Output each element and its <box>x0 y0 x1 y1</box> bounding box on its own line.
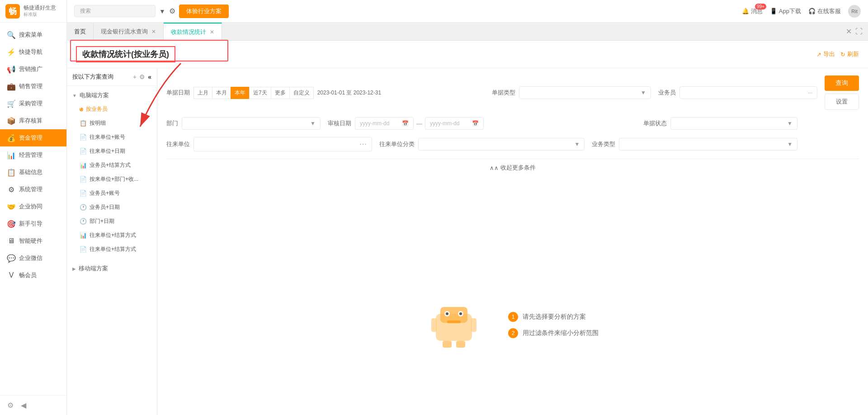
scheme-item-salesman-settle[interactable]: 📊 业务员+结算方式 <box>67 158 157 172</box>
scheme-section-desktop: ▼ 电脑端方案 ↻ 按业务员 📋 按明细 📄 往来单位+账号 📄 <box>67 86 157 259</box>
refresh-button[interactable]: ↻ 刷新 <box>840 50 859 58</box>
scheme-item-dept-date[interactable]: 🕐 部门+日期 <box>67 214 157 228</box>
online-service-button[interactable]: 🎧 在线客服 <box>808 7 841 15</box>
sidebar-item-guide[interactable]: 🎯 新手引导 <box>0 215 66 232</box>
review-date-label: 审核日期 <box>328 119 351 127</box>
date-tab-last7[interactable]: 近7天 <box>249 87 271 99</box>
svg-rect-8 <box>471 318 476 332</box>
close-tab-icon[interactable]: ✕ <box>846 27 852 36</box>
date-tab-this-year[interactable]: 本年 <box>231 87 249 99</box>
scheme-section-mobile-title[interactable]: ▶ 移动端方案 <box>67 262 157 275</box>
sidebar-item-purchase[interactable]: 🛒 采购管理 <box>0 95 66 112</box>
scheme-item-partner-settle2[interactable]: 📄 往来单位+结算方式 <box>67 242 157 256</box>
scheme-item-partner-account[interactable]: 📄 往来单位+账号 <box>67 130 157 144</box>
add-scheme-icon[interactable]: + <box>133 73 137 80</box>
sidebar-item-label: 系统管理 <box>19 185 42 193</box>
svg-rect-6 <box>447 321 461 323</box>
maximize-tab-icon[interactable]: ⛶ <box>855 28 863 36</box>
date-tab-custom[interactable]: 自定义 <box>289 87 314 99</box>
filter-review-date-group: 审核日期 yyyy-mm-dd 📅 — yyyy-mm-dd 📅 <box>328 117 636 130</box>
bill-type-arrow-icon: ▼ <box>641 90 646 96</box>
sidebar-item-sales[interactable]: 💼 销售管理 <box>0 78 66 95</box>
main-content: 收款情况统计(按业务员) ↗ 导出 ↻ 刷新 按以下方案查询 + ⚙ « <box>67 41 868 415</box>
salesman-arrow-icon: ··· <box>808 90 812 96</box>
date-tab-more[interactable]: 更多 <box>271 87 289 99</box>
sidebar-item-label: 搜索菜单 <box>19 31 42 39</box>
right-panel: 单据日期 上月 本月 本年 近7天 <box>157 68 868 415</box>
scheme-item-salesman-account[interactable]: 📄 业务员+账号 <box>67 186 157 200</box>
svg-rect-10 <box>456 341 465 348</box>
scheme-settings-icon[interactable]: ⚙ <box>139 73 145 80</box>
messages-button[interactable]: 🔔 消息 99+ <box>742 7 763 15</box>
sidebar-item-hardware[interactable]: 🖥 智能硬件 <box>0 232 66 250</box>
review-date-from-input[interactable]: yyyy-mm-dd 📅 <box>355 117 414 130</box>
handshake-icon: 🤝 <box>7 203 15 211</box>
svg-rect-9 <box>443 341 452 348</box>
scheme-collapse-icon[interactable]: « <box>148 73 151 80</box>
date-label: 单据日期 <box>166 89 190 97</box>
detail-icon: 📋 <box>80 120 87 127</box>
sidebar-item-inventory[interactable]: 📦 库存核算 <box>0 112 66 129</box>
export-button[interactable]: ↗ 导出 <box>816 50 835 58</box>
sidebar-item-enterprise[interactable]: 🤝 企业协同 <box>0 198 66 215</box>
doc-icon4: 📄 <box>80 190 87 197</box>
review-date-to-input[interactable]: yyyy-mm-dd 📅 <box>425 117 484 130</box>
biz-type-select[interactable]: ▼ <box>619 138 797 151</box>
scheme-item-partner-date[interactable]: 📄 往来单位+日期 <box>67 144 157 158</box>
filter-row-3: 往来单位 ··· 往来单位分类 ▼ 业务类型 <box>166 137 859 151</box>
tab-bank-close-icon[interactable]: ✕ <box>151 28 156 35</box>
scheme-item-by-salesman[interactable]: ↻ 按业务员 <box>67 102 157 116</box>
bill-status-select[interactable]: ▼ <box>670 117 797 130</box>
sidebar-item-label: 资金管理 <box>19 134 42 142</box>
scheme-item-partner-dept[interactable]: 📄 按来单位+部门+收... <box>67 172 157 186</box>
scheme-section-mobile: ▶ 移动端方案 <box>67 259 157 278</box>
settings-bottom-icon[interactable]: ⚙ <box>7 401 14 410</box>
briefcase-icon: 💼 <box>7 82 15 90</box>
filter-dept-group: 部门 ▼ <box>166 117 321 130</box>
sidebar-item-quicknav[interactable]: ⚡ 快捷导航 <box>0 43 66 61</box>
sidebar-item-basic[interactable]: 📋 基础信息 <box>0 164 66 181</box>
section-expand-icon2: ▶ <box>72 266 76 271</box>
scheme-item-partner-settle1[interactable]: 📊 往来单位+结算方式 <box>67 228 157 242</box>
dept-select[interactable]: ▼ <box>182 117 321 130</box>
tab-receipt[interactable]: 收款情况统计 ✕ <box>164 23 222 41</box>
salesman-select[interactable]: ··· <box>679 86 817 99</box>
collapse-sidebar-icon[interactable]: ◀ <box>21 401 26 410</box>
tab-receipt-close-icon[interactable]: ✕ <box>210 29 214 35</box>
svg-rect-1 <box>440 307 467 323</box>
topbar: 搜索 ▼ ⚙ 体验行业方案 🔔 消息 99+ 📱 App下载 🎧 在线客服 Ri… <box>67 0 868 23</box>
bill-type-select[interactable]: ▼ <box>519 86 651 99</box>
query-button[interactable]: 查询 <box>825 75 859 91</box>
filter-partner-category-group: 往来单位分类 ▼ <box>379 138 585 151</box>
app-download-button[interactable]: 📱 App下载 <box>770 7 801 15</box>
scheme-item-by-detail[interactable]: 📋 按明细 <box>67 116 157 130</box>
doc-icon5: 📄 <box>80 246 87 253</box>
topbar-gear-icon[interactable]: ⚙ <box>169 7 175 15</box>
date-tab-last-month[interactable]: 上月 <box>193 87 212 99</box>
sidebar-item-search[interactable]: 🔍 搜索菜单 <box>0 26 66 43</box>
collapse-bar[interactable]: ∧∧ 收起更多条件 <box>166 159 859 176</box>
trial-button[interactable]: 体验行业方案 <box>179 5 229 18</box>
filter-bill-status-group: 单据状态 ▼ <box>643 117 797 130</box>
sidebar-item-system[interactable]: ⚙ 系统管理 <box>0 181 66 198</box>
sidebar-item-finance[interactable]: 💰 资金管理 <box>0 129 66 146</box>
tab-home[interactable]: 首页 <box>67 23 94 41</box>
logo-name: 畅捷通好生意 <box>24 5 56 12</box>
user-avatar[interactable]: Rit <box>848 5 861 18</box>
sidebar-item-wechat[interactable]: 💬 企业微信 <box>0 250 66 267</box>
sidebar-item-member[interactable]: V 畅会员 <box>0 267 66 284</box>
calendar-icon: 📅 <box>402 120 409 127</box>
topbar-dropdown-icon[interactable]: ▼ <box>159 8 165 15</box>
scheme-section-desktop-title[interactable]: ▼ 电脑端方案 <box>67 89 157 102</box>
sidebar-item-marketing[interactable]: 📢 营销推广 <box>0 61 66 78</box>
date-tab-this-month[interactable]: 本月 <box>212 87 231 99</box>
partner-input[interactable]: ··· <box>193 137 372 151</box>
partner-dots-icon[interactable]: ··· <box>359 140 367 148</box>
tab-bank[interactable]: 现金银行流水查询 ✕ <box>94 23 164 41</box>
sidebar-item-operation[interactable]: 📊 经营管理 <box>0 146 66 164</box>
scheme-item-salesman-date[interactable]: 🕐 业务员+日期 <box>67 200 157 214</box>
filter-row-1: 单据日期 上月 本月 本年 近7天 <box>166 75 859 110</box>
chart-icon3: 📊 <box>80 232 87 239</box>
settings-button[interactable]: 设置 <box>825 94 859 110</box>
partner-category-select[interactable]: ▼ <box>418 138 585 151</box>
